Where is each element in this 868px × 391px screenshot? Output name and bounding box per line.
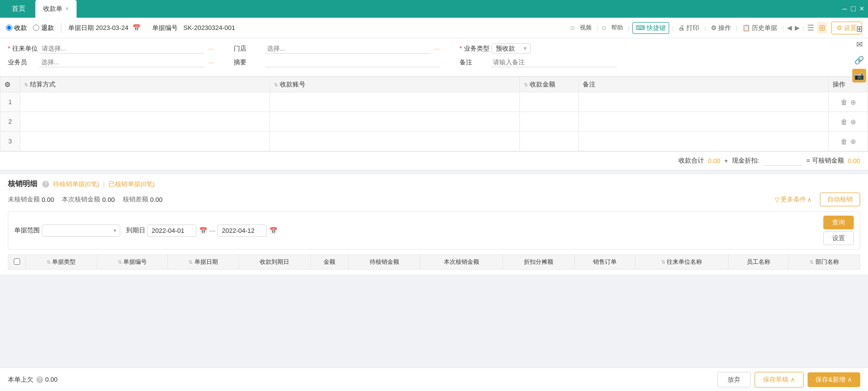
amount-input-3[interactable] — [520, 132, 578, 151]
draft-arrow-icon: ∧ — [790, 376, 795, 383]
summary-label: 摘要 — [234, 58, 263, 67]
account-input-2[interactable] — [270, 112, 519, 131]
sidebar-link-icon[interactable]: 🔗 — [852, 53, 866, 67]
settlement-input-3[interactable] — [20, 132, 270, 151]
delete-row-3-icon[interactable]: 🗑 — [841, 138, 847, 145]
due-to-calendar-icon[interactable]: 📅 — [270, 227, 277, 234]
discount-input[interactable] — [763, 156, 802, 166]
td-settlement-1[interactable] — [20, 92, 270, 112]
maximize-icon[interactable]: □ — [851, 4, 856, 13]
sidebar-table-icon[interactable]: ⊞ — [852, 22, 866, 35]
remark-input[interactable] — [491, 57, 617, 67]
store-more-icon[interactable]: ··· — [434, 45, 440, 53]
pending-tab[interactable]: 待核销单据(0笔) — [53, 180, 99, 189]
abandon-button[interactable]: 放弃 — [717, 372, 751, 388]
store-label: 门店 — [234, 44, 263, 53]
td-account-1[interactable] — [270, 92, 520, 112]
filter-icon: ▽ — [775, 196, 780, 203]
history-icon: 📋 — [742, 24, 750, 31]
video-btn[interactable]: 视频 — [578, 23, 594, 33]
close-icon[interactable]: × — [860, 4, 864, 13]
settlement-input-2[interactable] — [20, 112, 270, 131]
minimize-icon[interactable]: – — [842, 4, 847, 13]
salesperson-more-icon[interactable]: ··· — [208, 58, 214, 66]
td-account-3[interactable] — [270, 132, 520, 151]
receipt-radio-group: 收款 退款 — [6, 24, 54, 32]
tab-close-icon[interactable]: × — [65, 5, 69, 12]
business-type-select[interactable]: 预收款 — [491, 43, 531, 54]
calendar-icon[interactable]: 📅 — [133, 24, 140, 31]
right-nav-icon[interactable]: ▶ — [795, 24, 800, 31]
td-account-2[interactable] — [270, 112, 520, 132]
receipt-radio[interactable] — [6, 25, 12, 31]
grid-icon[interactable]: ⊞ — [817, 22, 827, 33]
table-gear-header[interactable]: ⚙ — [0, 77, 20, 92]
salesperson-input[interactable] — [39, 57, 204, 67]
amount-input-1[interactable] — [520, 92, 578, 112]
draft-button[interactable]: 保存草稿 ∧ — [755, 372, 804, 388]
more-conditions-btn[interactable]: ▽ 更多条件 ∧ — [775, 195, 812, 204]
number-label: 单据编号 — [152, 24, 178, 32]
settlement-input-1[interactable] — [20, 92, 270, 112]
th-discount: 折扣分摊额 — [503, 255, 575, 270]
business-type-label: 业务类型 — [460, 44, 489, 53]
window-controls: – □ × — [842, 4, 864, 13]
table-row: 2 🗑 ⊕ — [0, 112, 868, 132]
account-input-3[interactable] — [270, 132, 519, 151]
due-to-input[interactable] — [217, 224, 267, 237]
list-icon[interactable]: ☰ — [807, 23, 814, 32]
partner-more-icon[interactable]: ··· — [208, 45, 214, 53]
tab-receipt[interactable]: 收款单 × — [35, 0, 77, 18]
remark-input-2[interactable] — [579, 112, 828, 131]
td-remark-2[interactable] — [579, 112, 829, 132]
diff-stat: 核销差额 0.00 — [123, 195, 163, 204]
print-btn[interactable]: 🖨 打印 — [677, 23, 701, 33]
toolbar-divider — [61, 23, 61, 33]
partner-field: 往来单位 ··· — [8, 44, 214, 54]
filter-setting-btn[interactable]: 设置 — [823, 231, 854, 245]
remark-input-3[interactable] — [579, 132, 828, 151]
done-tab[interactable]: 已核销单据(0笔) — [108, 180, 155, 189]
td-amount-3[interactable] — [520, 132, 579, 151]
sidebar-camera-icon[interactable]: 📷 — [852, 69, 866, 83]
delete-row-1-icon[interactable]: 🗑 — [841, 98, 847, 106]
td-remark-3[interactable] — [579, 132, 829, 151]
receipt-label[interactable]: 收款 — [14, 24, 27, 32]
range-select[interactable] — [42, 224, 120, 237]
td-amount-2[interactable] — [520, 112, 579, 132]
select-all-checkbox[interactable] — [14, 258, 20, 265]
tab-home[interactable]: 首页 — [4, 0, 33, 18]
store-input[interactable] — [265, 44, 430, 54]
td-remark-1[interactable] — [579, 92, 829, 112]
amount-input-2[interactable] — [520, 112, 578, 131]
td-settlement-2[interactable] — [20, 112, 270, 132]
refund-radio[interactable] — [33, 25, 39, 31]
diff-value: 0.00 — [150, 196, 163, 203]
sidebar-email-icon[interactable]: ✉ — [852, 37, 866, 51]
history-btn[interactable]: 📋 历史单据 — [740, 23, 779, 33]
remark-input-1[interactable] — [579, 92, 828, 112]
refund-label[interactable]: 退款 — [41, 24, 54, 32]
current-owe-label: 本单上欠 — [8, 375, 33, 384]
td-amount-1[interactable] — [520, 92, 579, 112]
summary-field: 摘要 — [234, 57, 440, 67]
owe-info-icon[interactable]: ? — [36, 376, 43, 383]
th-settlement: ⇅ 结算方式 — [20, 77, 270, 92]
summary-input[interactable] — [265, 57, 440, 67]
reconcile-info-icon[interactable]: ? — [42, 181, 49, 188]
partner-input[interactable] — [40, 44, 205, 54]
shortcut-btn[interactable]: ⌨ 快捷键 — [632, 22, 669, 34]
date-label: 单据日期 — [68, 24, 94, 32]
query-btn[interactable]: 查询 — [823, 216, 854, 229]
right-sidebar: ⊞ ✉ 🔗 📷 — [850, 18, 868, 391]
summary-row: 收款合计 0.00 + 现金折扣: = 可核销金额 0.00 — [0, 151, 868, 169]
due-from-input[interactable] — [147, 224, 196, 237]
due-from-calendar-icon[interactable]: 📅 — [199, 227, 207, 234]
operation-btn[interactable]: ⚙ 操作 — [709, 23, 733, 33]
left-nav-icon[interactable]: ◀ — [787, 24, 792, 31]
help-btn[interactable]: 帮助 — [609, 23, 625, 33]
account-input-1[interactable] — [270, 92, 519, 112]
delete-row-2-icon[interactable]: 🗑 — [841, 118, 847, 126]
remark-field: 备注 — [460, 57, 617, 67]
td-settlement-3[interactable] — [20, 132, 270, 151]
